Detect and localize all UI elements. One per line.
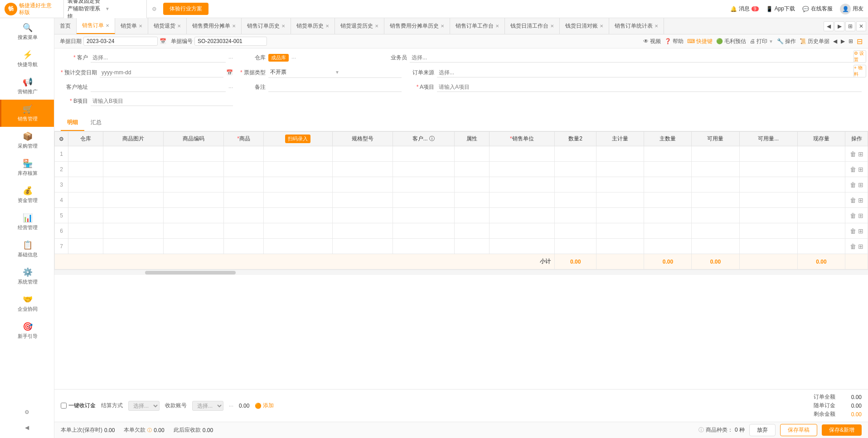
row-product-1[interactable] <box>224 146 264 162</box>
float-material-button[interactable]: + 物料 <box>853 65 866 77</box>
sidebar-item-sales-mgmt[interactable]: 🛒 销售管理 <box>0 100 54 127</box>
row-product-img-6[interactable] <box>103 223 164 239</box>
row-qty2-7[interactable] <box>554 239 596 254</box>
row-stock-6[interactable] <box>797 223 845 239</box>
tab-sales-order-history[interactable]: 销售订单历史✕ <box>242 18 291 34</box>
row-product-6[interactable] <box>224 223 264 239</box>
row-stock-7[interactable] <box>797 239 845 254</box>
row-delete-7[interactable]: 🗑 <box>850 243 856 250</box>
bank-expand-icon[interactable]: ··· <box>229 403 233 409</box>
split-view-btn[interactable]: ⊟ <box>857 37 863 46</box>
row-copy-6[interactable]: ⊞ <box>858 227 863 235</box>
row-main-qty-7[interactable] <box>644 239 692 254</box>
bank-account-select[interactable]: 选择... <box>192 401 223 411</box>
row-scan-3[interactable] <box>264 177 333 193</box>
tab-home[interactable]: 首页 <box>54 18 77 34</box>
sidebar-item-operation-mgmt[interactable]: 📊 经营管理 <box>0 208 54 236</box>
col-gear[interactable]: ⚙ <box>55 132 68 146</box>
tab-sales-order[interactable]: 销售订单✕ <box>77 18 115 34</box>
row-spec-3[interactable] <box>332 177 393 193</box>
row-available-5[interactable] <box>692 208 739 223</box>
row-spec-7[interactable] <box>332 239 393 254</box>
tab-sales-refund-history[interactable]: 销货退货历史✕ <box>335 18 384 34</box>
row-available-7[interactable] <box>692 239 739 254</box>
row-scan-1[interactable] <box>264 146 333 162</box>
grid-view-btn[interactable]: ⊞ <box>849 38 853 44</box>
row-attr-3[interactable] <box>454 177 489 193</box>
tab-summary[interactable]: 汇总 <box>84 115 108 131</box>
row-delete-2[interactable]: 🗑 <box>850 166 856 173</box>
scan-button[interactable]: 扫码录入 <box>285 135 310 143</box>
row-attr-6[interactable] <box>454 223 489 239</box>
row-stock-1[interactable] <box>797 146 845 162</box>
sidebar-item-purchase-mgmt[interactable]: 📦 采购管理 <box>0 127 54 154</box>
shortcut-button[interactable]: ⌨快捷键 <box>687 38 713 45</box>
row-product-code-1[interactable] <box>164 146 224 162</box>
row-customer-ref-3[interactable] <box>393 177 454 193</box>
delivery-date-input[interactable] <box>100 68 223 77</box>
row-scan-6[interactable] <box>264 223 333 239</box>
row-main-unit-4[interactable] <box>596 193 644 208</box>
product-kinds-icon[interactable]: ⓘ <box>698 426 704 434</box>
row-product-code-5[interactable] <box>164 208 224 223</box>
row-copy-5[interactable]: ⊞ <box>858 212 863 219</box>
help-button[interactable]: ❓帮助 <box>664 38 684 45</box>
row-main-qty-3[interactable] <box>644 177 692 193</box>
row-copy-2[interactable]: ⊞ <box>858 166 863 173</box>
address-expand-icon[interactable]: ··· <box>228 84 233 91</box>
row-copy-3[interactable]: ⊞ <box>858 181 863 188</box>
row-qty2-6[interactable] <box>554 223 596 239</box>
row-product-2[interactable] <box>224 162 264 177</box>
view-button[interactable]: 👁视频 <box>643 38 661 45</box>
row-customer-ref-1[interactable] <box>393 146 454 162</box>
add-button[interactable]: 🟠 添加 <box>255 402 274 409</box>
scrollbar-thumb[interactable] <box>145 271 236 274</box>
row-scan-7[interactable] <box>264 239 333 254</box>
row-main-unit-7[interactable] <box>596 239 644 254</box>
sidebar-item-finance-mgmt[interactable]: 💰 资金管理 <box>0 181 54 208</box>
one-key-check[interactable] <box>61 403 67 409</box>
b-project-input[interactable] <box>91 96 233 106</box>
row-product-img-7[interactable] <box>103 239 164 254</box>
row-product-code-7[interactable] <box>164 239 224 254</box>
row-attr-5[interactable] <box>454 208 489 223</box>
tab-close-sales-return[interactable]: ✕ <box>139 24 142 29</box>
sidebar-item-base-info[interactable]: 📋 基础信息 <box>0 236 54 263</box>
sidebar-item-new-guide[interactable]: 🎯 新手引导 <box>0 317 54 344</box>
row-main-unit-5[interactable] <box>596 208 644 223</box>
row-sales-unit-7[interactable] <box>489 239 554 254</box>
tab-close-sales-expense-split[interactable]: ✕ <box>232 24 236 29</box>
row-product-code-3[interactable] <box>164 177 224 193</box>
row-product-4[interactable] <box>224 193 264 208</box>
user-avatar[interactable]: 👤 用友 <box>840 4 863 14</box>
row-available2-4[interactable] <box>739 193 797 208</box>
row-spec-2[interactable] <box>332 162 393 177</box>
row-sales-unit-2[interactable] <box>489 162 554 177</box>
invoice-type-select[interactable]: 不开票 ▼ <box>268 67 402 78</box>
tab-cash-daily-account[interactable]: 钱货日清对账✕ <box>560 18 609 34</box>
row-available-6[interactable] <box>692 223 739 239</box>
tab-close-sales-return-history[interactable]: ✕ <box>325 24 329 29</box>
calendar-icon[interactable]: 📅 <box>160 38 166 44</box>
app-download-link[interactable]: 📱 App下载 <box>766 5 795 13</box>
tab-close-sales-order[interactable]: ✕ <box>106 23 109 28</box>
row-product-img-3[interactable] <box>103 177 164 193</box>
sidebar-item-sys-mgmt[interactable]: ⚙️ 系统管理 <box>0 263 54 290</box>
pay-method-select[interactable]: 选择... <box>128 401 160 411</box>
row-available2-6[interactable] <box>739 223 797 239</box>
date-input[interactable] <box>83 37 158 46</box>
tab-sales-return[interactable]: 销货单✕ <box>115 18 148 34</box>
tab-close-all-button[interactable]: ✕ <box>856 21 866 31</box>
tab-cash-daily-workbench[interactable]: 钱货日清工作台✕ <box>505 18 560 34</box>
row-product-5[interactable] <box>224 208 264 223</box>
row-product-code-6[interactable] <box>164 223 224 239</box>
row-main-qty-2[interactable] <box>644 162 692 177</box>
row-delete-6[interactable]: 🗑 <box>850 227 856 235</box>
sidebar-settings-icon[interactable]: ⚙ <box>20 405 34 419</box>
row-available2-5[interactable] <box>739 208 797 223</box>
row-qty2-5[interactable] <box>554 208 596 223</box>
row-main-unit-2[interactable] <box>596 162 644 177</box>
tab-close-sales-stat[interactable]: ✕ <box>655 24 658 29</box>
row-available2-2[interactable] <box>739 162 797 177</box>
nav-prev-btn[interactable]: ◀ <box>833 38 837 44</box>
